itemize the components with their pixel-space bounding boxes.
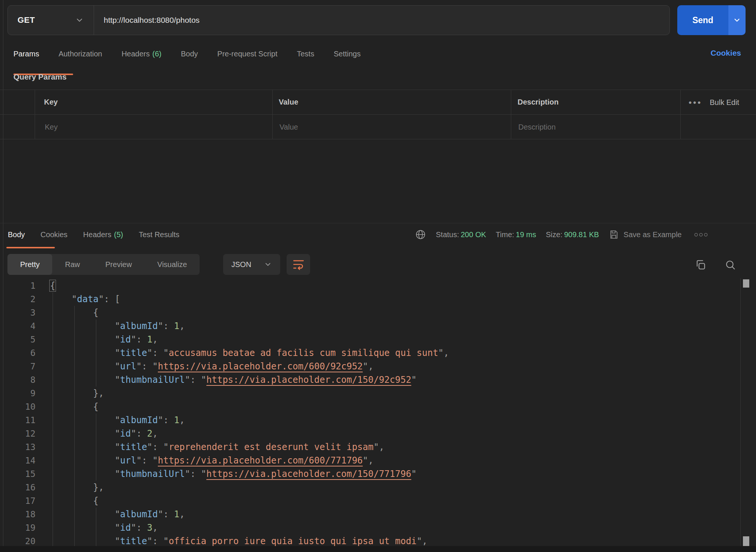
time-value: 19 ms — [516, 230, 536, 239]
request-tab-params[interactable]: Params — [13, 50, 39, 58]
response-body-code: 1{2 "data": [3 {4 "albumId": 1,5 "id": 1… — [0, 278, 740, 547]
window-bottom-edge — [0, 546, 756, 552]
line-number: 11 — [0, 413, 35, 427]
response-tab-body[interactable]: Body — [8, 230, 25, 239]
param-description-input[interactable] — [518, 120, 668, 134]
bulk-edit-button[interactable]: Bulk Edit — [710, 98, 739, 107]
response-view-tabs: PrettyRawPreviewVisualize — [7, 254, 200, 275]
api-client-window: GET Send ParamsAuthorizationHeaders(6)Bo… — [0, 0, 756, 552]
view-tab-pretty[interactable]: Pretty — [7, 254, 52, 275]
tab-label: Pre-request Script — [217, 50, 277, 58]
indent-guide — [74, 306, 75, 546]
tab-label: Body — [8, 230, 25, 239]
table-divider — [35, 90, 35, 139]
tab-label: Visualize — [157, 260, 187, 269]
view-tab-visualize[interactable]: Visualize — [144, 254, 200, 275]
request-tab-body[interactable]: Body — [181, 50, 198, 58]
request-tab-headers[interactable]: Headers(6) — [122, 50, 162, 58]
column-header-description: Description — [518, 98, 559, 106]
scrollbar-thumb[interactable] — [743, 536, 749, 546]
scrollbar-thumb[interactable] — [743, 279, 749, 288]
url-input[interactable] — [94, 6, 669, 35]
view-tab-raw[interactable]: Raw — [52, 254, 93, 275]
more-options-icon[interactable]: ●●● — [688, 99, 702, 105]
chevron-down-icon — [264, 260, 272, 269]
request-tab-authorization[interactable]: Authorization — [59, 50, 102, 58]
cookies-link[interactable]: Cookies — [710, 49, 741, 58]
table-divider — [272, 90, 273, 139]
tab-label: Tests — [297, 50, 314, 58]
code-line: 19 "id": 3, — [0, 521, 740, 534]
request-tab-tests[interactable]: Tests — [297, 50, 314, 58]
tab-count-badge: (5) — [114, 230, 123, 239]
code-line: 5 "id": 1, — [0, 333, 740, 346]
copy-response-button[interactable] — [693, 258, 707, 272]
tab-label: Headers — [122, 50, 150, 58]
line-number: 10 — [0, 400, 35, 413]
param-value-input[interactable] — [279, 120, 489, 134]
table-border — [0, 139, 756, 139]
request-tabs: ParamsAuthorizationHeaders(6)BodyPre-req… — [13, 48, 360, 60]
code-line: 2 "data": [ — [0, 292, 740, 306]
indent-guide — [96, 508, 96, 546]
code-line: 7 "url": "https://via.placeholder.com/60… — [0, 360, 740, 373]
line-number: 4 — [0, 319, 35, 333]
code-line: 16 }, — [0, 481, 740, 494]
table-divider — [680, 90, 681, 139]
status-label: Status: — [436, 230, 459, 239]
section-divider — [0, 223, 756, 223]
send-label: Send — [692, 15, 713, 25]
chevron-down-icon — [75, 16, 84, 25]
line-number: 13 — [0, 440, 35, 454]
code-line: 8 "thumbnailUrl": "https://via.placehold… — [0, 373, 740, 387]
tab-label: Pretty — [20, 260, 40, 269]
save-as-example-label: Save as Example — [624, 230, 682, 239]
globe-icon — [415, 229, 426, 240]
format-label: JSON — [231, 260, 251, 269]
view-tab-preview[interactable]: Preview — [93, 254, 144, 275]
param-key-input[interactable] — [44, 120, 254, 134]
search-response-button[interactable] — [723, 258, 737, 272]
wrap-lines-button[interactable] — [287, 254, 310, 275]
send-options-button[interactable] — [728, 5, 746, 35]
format-dropdown[interactable]: JSON — [223, 254, 280, 275]
line-number: 16 — [0, 481, 35, 494]
save-as-example-button[interactable]: Save as Example — [609, 229, 682, 240]
size-label: Size: — [546, 230, 562, 239]
code-line: 10 { — [0, 400, 740, 413]
line-number: 5 — [0, 333, 35, 346]
send-button[interactable]: Send — [677, 5, 728, 35]
more-options-icon[interactable] — [694, 233, 707, 236]
request-tab-pre-request-script[interactable]: Pre-request Script — [217, 50, 277, 58]
column-header-value: Value — [279, 98, 298, 106]
response-tab-test-results[interactable]: Test Results — [139, 230, 179, 239]
code-line: 6 "title": "accusamus beatae ad facilis … — [0, 346, 740, 360]
response-tab-cookies[interactable]: Cookies — [41, 230, 68, 239]
tab-label: Params — [13, 50, 39, 58]
line-number: 8 — [0, 373, 35, 387]
indent-guide — [96, 319, 96, 387]
request-tab-settings[interactable]: Settings — [334, 50, 360, 58]
tab-label: Settings — [334, 50, 360, 58]
time-label: Time: — [496, 230, 514, 239]
status-value: 200 OK — [461, 230, 486, 239]
method-selector[interactable]: GET — [8, 6, 94, 35]
response-tab-headers[interactable]: Headers(5) — [83, 230, 123, 239]
query-params-title: Query Params — [13, 72, 66, 81]
line-number: 1 — [0, 279, 35, 292]
code-line: 1{ — [0, 279, 740, 292]
code-line: 17 { — [0, 494, 740, 508]
code-line: 12 "id": 2, — [0, 427, 740, 440]
table-border — [0, 90, 756, 90]
line-number: 2 — [0, 292, 35, 306]
request-url-bar: GET — [7, 5, 670, 35]
tab-count-badge: (6) — [152, 50, 161, 58]
response-meta: Status: 200 OK Time: 19 ms Size: 909.81 … — [415, 229, 707, 241]
wrap-lines-icon — [292, 258, 305, 271]
method-label: GET — [18, 15, 35, 25]
size-value: 909.81 KB — [564, 230, 599, 239]
tab-label: Cookies — [41, 230, 68, 239]
chevron-down-icon — [733, 16, 741, 24]
line-number: 15 — [0, 467, 35, 481]
line-number: 12 — [0, 427, 35, 440]
